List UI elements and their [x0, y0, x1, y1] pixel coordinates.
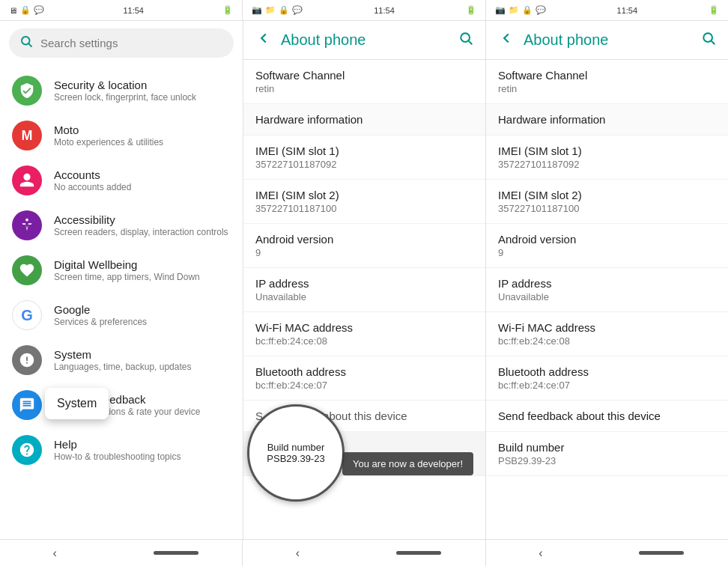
accounts-subtitle: No accounts added [54, 182, 131, 192]
nav-pill-left [154, 551, 198, 555]
search-icon-panel-1[interactable] [458, 31, 473, 49]
ip-address-panel1: IP address Unavailable [243, 268, 485, 312]
back-icon-2[interactable] [498, 30, 515, 50]
google-text: Google Services & preferences [54, 303, 147, 327]
search-icon-panel-2[interactable] [701, 31, 716, 49]
security-text: Security & location Screen lock, fingerp… [54, 79, 196, 103]
toast-notification: You are now a developer! [342, 452, 473, 475]
sidebar-item-help[interactable]: Help How-to & troubleshooting topics [0, 427, 243, 472]
battery-icon-left: 🔋 [222, 5, 233, 15]
accounts-text: Accounts No accounts added [54, 168, 131, 192]
status-bar-mid: 📷 📁 🔒 💬 11:54 🔋 [243, 0, 485, 20]
help-icon [12, 435, 42, 465]
panel-2-header: About phone [486, 21, 728, 60]
svg-line-1 [28, 43, 31, 46]
imei-2-panel1: IMEI (SIM slot 2) 357227101187100 [243, 180, 485, 224]
system-title: System [54, 348, 191, 361]
sidebar-item-accessibility[interactable]: Accessibility Screen readers, display, i… [0, 203, 243, 248]
svg-point-0 [22, 37, 30, 45]
battery-icon-right: 🔋 [709, 5, 719, 15]
nav-back-right[interactable]: ‹ [530, 544, 551, 563]
svg-line-4 [469, 41, 473, 45]
imei-1-panel2: IMEI (SIM slot 1) 357227101187092 [486, 136, 728, 180]
nav-section-right: ‹ [486, 540, 728, 566]
build-number-circle: Build number PSB29.39-23 [247, 404, 345, 502]
about-panel-2: About phone Software Channel retin [486, 21, 728, 539]
panel-1-title: About phone [281, 31, 449, 49]
sidebar-item-digital-wellbeing[interactable]: Digital Wellbeing Screen time, app timer… [0, 248, 243, 293]
battery-icon-mid: 🔋 [466, 5, 476, 15]
system-icon [12, 345, 42, 375]
software-channel-1: Software Channel retin [243, 60, 485, 104]
google-title: Google [54, 303, 147, 316]
accounts-icon [12, 165, 42, 195]
digital-wellbeing-title: Digital Wellbeing [54, 258, 200, 271]
status-bar-right: 📷 📁 🔒 💬 11:54 🔋 [486, 0, 728, 20]
sidebar-item-google[interactable]: G Google Services & preferences [0, 293, 243, 338]
wifi-mac-panel2: Wi-Fi MAC address bc:ff:eb:24:ce:08 [486, 312, 728, 356]
android-version-panel2: Android version 9 [486, 224, 728, 268]
sidebar-item-moto[interactable]: M Moto Moto experiences & utilities [0, 113, 243, 158]
accessibility-text: Accessibility Screen readers, display, i… [54, 213, 228, 237]
sidebar-item-accounts[interactable]: Accounts No accounts added [0, 158, 243, 203]
moto-text: Moto Moto experiences & utilities [54, 124, 163, 147]
digital-wellbeing-subtitle: Screen time, app timers, Wind Down [54, 272, 200, 282]
search-icon [19, 34, 33, 52]
security-subtitle: Screen lock, fingerprint, face unlock [54, 92, 196, 103]
moto-subtitle: Moto experiences & utilities [54, 137, 163, 147]
back-icon-1[interactable] [255, 30, 272, 50]
camera-icon: 🖥 [9, 6, 17, 15]
message-icon: 💬 [34, 5, 44, 15]
help-subtitle: How-to & troubleshooting topics [54, 451, 181, 462]
security-title: Security & location [54, 79, 196, 91]
search-input[interactable] [40, 37, 223, 49]
settings-sidebar: Security & location Screen lock, fingerp… [0, 21, 243, 539]
imei-1-panel1: IMEI (SIM slot 1) 357227101187092 [243, 136, 485, 180]
system-tooltip: System [45, 388, 109, 419]
bluetooth-address-panel1: Bluetooth address bc:ff:eb:24:ce:07 [243, 356, 485, 401]
status-bar: 🖥 🔒 💬 11:54 🔋 📷 📁 🔒 💬 11:54 🔋 📷 📁 🔒 [0, 0, 728, 21]
sidebar-list: Security & location Screen lock, fingerp… [0, 65, 243, 539]
nav-section-left: ‹ [0, 540, 243, 566]
send-feedback-panel2[interactable]: Send feedback about this device [486, 401, 728, 432]
android-version-panel1: Android version 9 [243, 224, 485, 268]
time-right: 11:54 [617, 6, 638, 15]
nav-pill-right [639, 551, 684, 555]
nav-back-left[interactable]: ‹ [44, 544, 66, 563]
build-circle-value: PSB29.39-23 [267, 453, 324, 464]
accessibility-subtitle: Screen readers, display, interaction con… [54, 227, 228, 237]
digital-wellbeing-icon [12, 255, 42, 285]
shield-icon: 🔒 [20, 5, 31, 15]
hardware-info-header-1[interactable]: Hardware information [243, 104, 485, 136]
security-icon [12, 76, 42, 106]
svg-point-5 [703, 33, 712, 42]
moto-title: Moto [54, 124, 163, 136]
rating-icon [12, 390, 42, 420]
build-circle-label: Build number [267, 442, 325, 453]
wifi-mac-panel1: Wi-Fi MAC address bc:ff:eb:24:ce:08 [243, 312, 485, 356]
nav-back-mid[interactable]: ‹ [287, 544, 309, 563]
time-left: 11:54 [123, 6, 144, 15]
google-icon: G [12, 300, 42, 330]
help-title: Help [54, 438, 181, 451]
panel-1-header: About phone [243, 21, 485, 60]
moto-icon: M [12, 121, 42, 150]
nav-bar: ‹ ‹ ‹ [0, 539, 728, 566]
hardware-info-header-2[interactable]: Hardware information [486, 104, 728, 136]
system-text: System Languages, time, backup, updates [54, 348, 191, 372]
search-bar[interactable] [9, 28, 234, 58]
sidebar-item-security[interactable]: Security & location Screen lock, fingerp… [0, 68, 243, 113]
accessibility-icon [12, 210, 42, 240]
svg-point-2 [25, 219, 28, 222]
sidebar-item-system[interactable]: System Languages, time, backup, updates [0, 338, 243, 383]
imei-2-panel2: IMEI (SIM slot 2) 357227101187100 [486, 180, 728, 224]
accessibility-title: Accessibility [54, 213, 228, 226]
nav-section-mid: ‹ [243, 540, 485, 566]
nav-pill-mid [396, 551, 441, 555]
build-number-panel2[interactable]: Build number PSB29.39-23 [486, 432, 728, 476]
sidebar-item-rating[interactable]: Rating & feedback Send suggestions & rat… [0, 383, 243, 427]
system-subtitle: Languages, time, backup, updates [54, 362, 191, 372]
panel-2-content: Software Channel retin Hardware informat… [486, 60, 728, 539]
bluetooth-address-panel2: Bluetooth address bc:ff:eb:24:ce:07 [486, 356, 728, 401]
panel-2-title: About phone [524, 31, 692, 49]
